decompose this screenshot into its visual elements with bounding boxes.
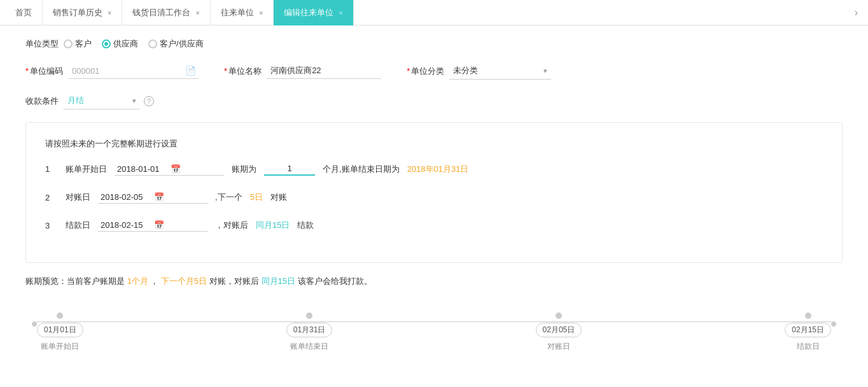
radio-customer-label: 客户 [75,38,92,50]
unit-category-label: 单位分类 [411,66,444,77]
unit-name-input[interactable] [267,64,381,79]
unit-code-input[interactable] [68,64,183,78]
period-instruction: 请按照未来的一个完整帐期进行设置 [45,138,823,150]
tab-edit-partner-close[interactable]: × [339,9,342,17]
timeline-node-4-dot [805,313,811,319]
timeline-node-3: 02月05日 对账日 [536,313,582,352]
preview-text1: ， [150,276,158,286]
payment-dropdown[interactable]: 月结 ▾ [64,92,140,109]
tab-bar: 首页 销售订单历史 × 钱货日清工作台 × 往来单位 × 编辑往来单位 × › [0,0,868,25]
period-row-2-date-wrapper: 2018-02-05 📅 [98,191,207,204]
main-content: 单位类型 客户 供应商 客户/供应商 * 单位编码 [0,25,868,387]
radio-group: 客户 供应商 客户/供应商 [64,38,204,50]
period-row-3-date-wrapper: 2018-02-15 📅 [98,219,207,232]
period-row-3-cal-icon[interactable]: 📅 [154,220,205,230]
tab-edit-partner-label: 编辑往来单位 [284,7,333,18]
period-row-2-num: 2 [45,193,58,202]
timeline-node-2-dot [306,313,312,319]
radio-customer-circle [64,39,73,48]
unit-info-row: * 单位编码 📄 * 单位名称 * 单位分类 未分类 ▾ [25,62,843,80]
unit-code-icon[interactable]: 📄 [183,66,199,76]
period-row-2-desc-prefix: ,下一个 [215,192,242,203]
tab-cash-work-label: 钱货日清工作台 [132,7,190,18]
timeline-node-2: 01月31日 账单结束日 [286,313,333,352]
radio-supplier[interactable]: 供应商 [102,38,138,50]
period-row-2-cal-icon[interactable]: 📅 [154,192,205,202]
radio-both-label: 客户/供应商 [160,38,204,50]
unit-category-required: * [407,66,410,76]
period-month-input[interactable] [264,162,315,176]
payment-label: 收款条件 [25,95,59,107]
period-row-3-num: 3 [45,221,58,230]
unit-category-arrow: ▾ [543,67,547,75]
tab-edit-partner[interactable]: 编辑往来单位 × [274,0,353,25]
period-row-2-date: 2018-02-05 [101,192,151,202]
period-row-3-desc-suffix: 结款 [297,220,314,231]
unit-type-row: 单位类型 客户 供应商 客户/供应商 [25,38,843,50]
preview-highlight2: 下一个月5日 [161,276,207,286]
period-row-1-label: 账单开始日 [66,164,107,175]
unit-name-group: * 单位名称 [224,64,381,79]
payment-row: 收款条件 月结 ▾ ? [25,92,843,109]
timeline-start-dot [32,321,37,327]
timeline-node-3-label: 对账日 [547,341,570,352]
period-row-1-num: 1 [45,164,58,174]
period-row-1-date: 2018-01-01 [117,164,168,174]
unit-category-dropdown[interactable]: 未分类 ▾ [449,62,551,80]
unit-category-group: * 单位分类 未分类 ▾ [407,62,551,80]
unit-name-label: 单位名称 [228,66,262,77]
tab-cash-work[interactable]: 钱货日清工作台 × [122,0,210,25]
timeline-node-4-label: 结款日 [797,341,820,352]
tab-sales-history-close[interactable]: × [108,9,111,17]
timeline-line [37,321,831,322]
period-row-3-desc-prefix: ，对账后 [215,220,248,231]
unit-type-label: 单位类型 [25,38,59,50]
preview-highlight1: 1个月 [127,276,148,286]
unit-category-value: 未分类 [453,65,543,76]
payment-arrow: ▾ [132,97,136,105]
preview-text3: 该客户会给我打款。 [298,276,372,286]
timeline-node-1-dot [57,313,63,319]
unit-name-required: * [224,66,227,76]
unit-type-group: 单位类型 客户 供应商 客户/供应商 [25,38,204,50]
radio-customer[interactable]: 客户 [64,38,92,50]
timeline-node-1: 01月01日 账单开始日 [37,313,83,352]
timeline-container: 01月01日 账单开始日 01月31日 账单结束日 02月05日 对账日 02月… [25,313,843,352]
timeline-node-4-pill: 02月15日 [785,323,831,337]
period-row-1: 1 账单开始日 2018-01-01 📅 账期为 个月,账单结束日期为 2018… [45,162,823,176]
period-settings-box: 请按照未来的一个完整帐期进行设置 1 账单开始日 2018-01-01 📅 账期… [25,122,843,263]
timeline-node-2-pill: 01月31日 [286,323,333,337]
period-row-3-date: 2018-02-15 [101,220,151,230]
radio-supplier-circle [102,39,111,48]
timeline-inner: 01月01日 账单开始日 01月31日 账单结束日 02月05日 对账日 02月… [37,313,831,352]
period-row-1-date-wrapper: 2018-01-01 📅 [115,163,224,176]
tab-sales-history-label: 销售订单历史 [53,7,102,18]
period-row-3-label: 结款日 [66,220,90,231]
tab-partner-label: 往来单位 [221,7,254,18]
tab-sales-history[interactable]: 销售订单历史 × [43,0,122,25]
tab-partner-close[interactable]: × [259,9,263,17]
period-row-3: 3 结款日 2018-02-15 📅 ，对账后 同月15日 结款 [45,219,823,232]
timeline-node-1-label: 账单开始日 [41,341,79,352]
tab-more-button[interactable]: › [850,7,863,18]
payment-help-icon[interactable]: ? [144,96,154,106]
preview-section: 账期预览：当前客户账期是 1个月 ， 下一个月5日 对账，对账后 同月15日 该… [25,276,843,297]
timeline-node-2-label: 账单结束日 [290,341,328,352]
period-row-2-label: 对账日 [66,192,90,203]
tab-home[interactable]: 首页 [5,0,43,25]
radio-supplier-label: 供应商 [113,38,138,50]
timeline-node-3-pill: 02月05日 [536,323,582,337]
timeline-node-1-pill: 01月01日 [37,323,83,337]
tab-partner[interactable]: 往来单位 × [211,0,274,25]
radio-both[interactable]: 客户/供应商 [148,38,204,50]
radio-both-circle [148,39,157,48]
preview-highlight3: 同月15日 [262,276,295,286]
period-row-2-highlight: 5日 [250,192,263,203]
period-row-3-highlight: 同月15日 [256,220,290,231]
tab-cash-work-close[interactable]: × [195,9,199,17]
period-row-2-desc-suffix: 对账 [270,192,287,203]
period-row-1-desc-suffix: 个月,账单结束日期为 [323,164,400,175]
payment-group: 收款条件 月结 ▾ ? [25,92,154,109]
preview-label: 账期预览：当前客户账期是 [25,276,125,286]
period-row-1-cal-icon[interactable]: 📅 [171,164,221,174]
